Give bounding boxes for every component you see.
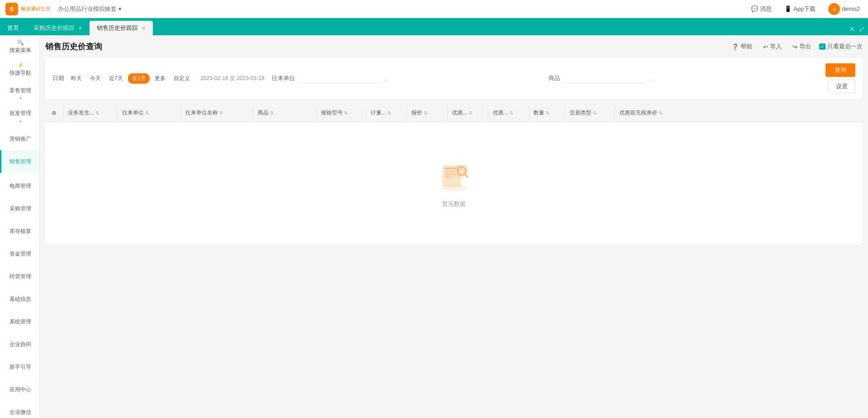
sidebar-item-finance[interactable]: 资金管理	[0, 242, 39, 265]
sidebar-item-appstore-label: 应用中心	[9, 386, 31, 394]
sidebar-item-wechat[interactable]: 企业微信	[0, 401, 39, 418]
sidebar-item-guide-label: 新手引导	[9, 363, 31, 371]
th-disc1[interactable]: 优惠... ⇅	[448, 105, 488, 120]
th-unitprice[interactable]: 优惠前无税单价 ⇅	[615, 105, 863, 120]
th-gear[interactable]: ⚙	[45, 106, 63, 120]
date-filter-group: 日期 昨天 今天 近7天 近1月 更多 自定义	[52, 73, 193, 84]
settings-button[interactable]: 设置	[828, 80, 855, 93]
th-txtype[interactable]: 交易类型 ⇅	[565, 105, 615, 120]
sidebar-item-enterprise[interactable]: 企业协同	[0, 333, 39, 356]
search-menu-icon: 🔍	[17, 39, 24, 46]
chevron-down-icon: ▾	[118, 5, 122, 12]
sidebar-item-finance-label: 资金管理	[9, 250, 31, 258]
th-date[interactable]: 业务发生... ⇅	[63, 105, 118, 120]
th-disc2[interactable]: 优惠... ⇅	[488, 105, 529, 120]
export-label: 导出	[799, 43, 811, 51]
sidebar-item-purchase[interactable]: 采购管理	[0, 197, 39, 220]
table-header: ⚙ 业务发生... ⇅ 往来单位 ⇅ 往来单位名称 ⇅ 商品 ⇅	[45, 104, 863, 122]
data-table: ⚙ 业务发生... ⇅ 往来单位 ⇅ 往来单位名称 ⇅ 商品 ⇅	[45, 104, 863, 244]
th-qty[interactable]: 数量 ⇅	[529, 105, 565, 120]
tab-purchase-close[interactable]: ✕	[78, 25, 82, 31]
sort-disc1-icon: ⇅	[469, 110, 472, 115]
sidebar-item-guide[interactable]: 新手引导	[0, 356, 39, 378]
page-actions: ❓ 帮助 ↩ 导入 ↪ 导出 ✓ 只看最后一次	[729, 41, 863, 52]
import-button[interactable]: ↩ 导入	[760, 41, 784, 52]
close-window-button[interactable]: ✕	[849, 25, 855, 33]
th-spec[interactable]: 规格型号 ⇅	[316, 105, 366, 120]
sidebar-item-ecommerce[interactable]: 电商管理	[0, 175, 39, 197]
query-button[interactable]: 查询	[826, 63, 855, 77]
tab-home[interactable]: 首页	[0, 21, 26, 35]
date-btn-1month[interactable]: 近1月	[128, 73, 150, 84]
logo-area: 6 畅捷通好生意	[5, 3, 51, 15]
sidebar-item-wholesale[interactable]: 批发管理 ▴	[0, 105, 39, 128]
sidebar-item-wechat-label: 企业微信	[9, 408, 31, 416]
th-partner-id[interactable]: 往来单位 ⇅	[118, 105, 181, 120]
sidebar-item-wholesale-label: 批发管理	[9, 109, 31, 117]
sidebar-item-operation[interactable]: 经营管理	[0, 265, 39, 288]
svg-rect-5	[445, 176, 453, 178]
date-range-group: 2023-02-18 至 2023-03-18	[200, 75, 264, 82]
sidebar-item-inventory[interactable]: 库存核算	[0, 220, 39, 242]
sort-disc2-icon: ⇅	[509, 110, 513, 115]
tab-sales-label: 销售历史价跟踪	[97, 24, 138, 32]
sidebar-item-quick-nav[interactable]: ⚡ 快捷导航	[0, 58, 39, 81]
date-btn-today[interactable]: 今天	[87, 73, 104, 84]
sidebar-item-marketing[interactable]: 营销推广	[0, 128, 39, 150]
empty-text: 暂无数据	[442, 200, 466, 208]
product-dots[interactable]: ...	[649, 75, 654, 82]
sidebar-item-system-label: 系统管理	[9, 318, 31, 326]
sidebar-item-appstore[interactable]: 应用中心	[0, 378, 39, 401]
th-partner-id-label: 往来单位	[122, 109, 144, 117]
export-button[interactable]: ↪ 导出	[790, 41, 814, 52]
th-spec-label: 规格型号	[321, 109, 343, 117]
th-unit[interactable]: 计量... ⇅	[366, 105, 407, 120]
tab-sales-close[interactable]: ✕	[142, 25, 146, 31]
date-filter-label: 日期	[52, 74, 64, 82]
app-download-button[interactable]: 📱 App下载	[782, 3, 818, 15]
header-left: 6 畅捷通好生意 办公用品行业模拟账套 ▾	[5, 3, 125, 15]
help-button[interactable]: ❓ 帮助	[729, 41, 755, 52]
sidebar-item-sales-mgmt-label: 销售管理	[9, 158, 31, 166]
sort-partner-name-icon: ⇅	[219, 110, 223, 115]
sidebar-item-system[interactable]: 系统管理	[0, 310, 39, 333]
sort-product-icon: ⇅	[270, 110, 274, 115]
sort-unitprice-icon: ⇅	[659, 110, 662, 115]
th-partner-name[interactable]: 往来单位名称 ⇅	[181, 105, 253, 120]
partner-input[interactable]	[299, 73, 380, 83]
product-input[interactable]	[564, 73, 645, 83]
filter-bar: 日期 昨天 今天 近7天 近1月 更多 自定义 2023-02-18 至 202…	[45, 58, 863, 99]
sidebar-item-quick-nav-label: 快捷导航	[9, 69, 31, 77]
import-label: 导入	[770, 43, 782, 51]
th-product[interactable]: 商品 ⇅	[253, 105, 316, 120]
sidebar-item-basic[interactable]: 基础信息	[0, 288, 39, 310]
partner-dots[interactable]: ...	[384, 75, 389, 82]
app-selector[interactable]: 办公用品行业模拟账套 ▾	[54, 3, 125, 15]
user-menu-button[interactable]: d demo2	[826, 1, 863, 17]
sort-qty-icon: ⇅	[546, 110, 549, 115]
header-right: 💬 消息 📱 App下载 d demo2	[748, 1, 863, 17]
sidebar-item-search-menu[interactable]: 🔍 搜索菜单	[0, 35, 39, 58]
tab-purchase[interactable]: 采购历史价跟踪 ✕	[26, 21, 90, 35]
tab-sales[interactable]: 销售历史价跟踪 ✕	[90, 21, 153, 35]
date-btn-more[interactable]: 更多	[151, 73, 169, 84]
only-last-check-icon: ✓	[819, 43, 826, 50]
content-area: 销售历史价查询 ❓ 帮助 ↩ 导入 ↪ 导出 ✓ 只看最后一次	[40, 35, 868, 418]
th-price[interactable]: 报价 ⇅	[407, 105, 448, 120]
date-btn-7days[interactable]: 近7天	[106, 73, 126, 84]
sidebar-item-retail[interactable]: 零售管理 ▾	[0, 82, 39, 105]
sort-partner-id-icon: ⇅	[145, 110, 149, 115]
only-last-checkbox[interactable]: ✓ 只看最后一次	[819, 43, 863, 51]
help-icon: ❓	[731, 43, 739, 50]
maximize-window-button[interactable]: ⤢	[859, 25, 864, 33]
date-btn-custom[interactable]: 自定义	[170, 73, 193, 84]
avatar: d	[828, 3, 840, 15]
message-label: 消息	[760, 5, 772, 13]
tab-home-label: 首页	[7, 24, 19, 32]
only-last-label: 只看最后一次	[827, 43, 863, 51]
sidebar-item-inventory-label: 库存核算	[9, 228, 31, 235]
date-btn-yesterday[interactable]: 昨天	[68, 73, 85, 84]
message-button[interactable]: 💬 消息	[748, 3, 774, 15]
svg-rect-3	[445, 171, 455, 172]
sidebar-item-sales-mgmt[interactable]: 销售管理	[0, 150, 39, 173]
